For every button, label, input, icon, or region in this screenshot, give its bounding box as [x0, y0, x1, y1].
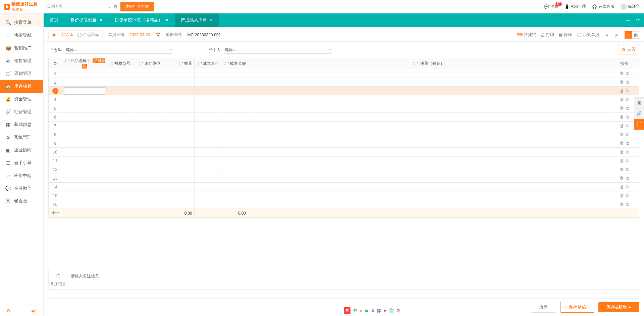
table-row[interactable]: 8🗑⧉ — [49, 130, 639, 139]
sidebar-item-1[interactable]: ⌂快捷导航 — [0, 29, 43, 42]
table-row[interactable]: +🗑⧉ — [49, 87, 639, 95]
close-icon[interactable]: ✕ — [210, 18, 213, 22]
handler-more-icon[interactable]: ⋯ — [328, 47, 333, 52]
view-list[interactable]: ≡ — [625, 31, 632, 39]
radio-in[interactable]: 产品入库 — [52, 32, 73, 38]
date-value[interactable]: 2023-03-20 — [129, 33, 150, 37]
delete-icon[interactable]: 🗑 — [620, 167, 624, 172]
copy-icon[interactable]: ⧉ — [626, 184, 629, 189]
handler-input[interactable] — [224, 46, 331, 54]
remark-input[interactable] — [67, 270, 639, 289]
shortcut-button[interactable]: ⌨快捷键 — [517, 32, 536, 38]
history-button[interactable]: 🕘历史单据 — [577, 32, 599, 38]
warehouse-more-icon[interactable]: ⋯ — [169, 47, 174, 52]
table-row[interactable]: 16🗑⧉ — [49, 200, 639, 209]
discard-button[interactable]: 放弃 — [531, 302, 556, 313]
cta-button[interactable]: 体验行业方案 — [120, 2, 154, 11]
tab-2[interactable]: 进货单统计表（按商品）✕ — [109, 13, 175, 27]
table-row[interactable]: 6🗑⧉ — [49, 113, 639, 122]
product-name-input[interactable] — [64, 87, 105, 95]
copy-icon[interactable]: ⧉ — [626, 132, 629, 137]
table-row[interactable]: 5🗑⧉ — [49, 104, 639, 113]
sidebar-item-13[interactable]: 💬企业微信 — [0, 182, 43, 195]
online-service[interactable]: 🎧 在线客服 — [592, 4, 614, 9]
copy-icon[interactable]: ⧉ — [626, 97, 629, 102]
table-row[interactable]: 1🗑⧉ — [49, 69, 639, 78]
float-tool-expand[interactable]: ⛶ — [634, 119, 644, 130]
tab-3[interactable]: 产成品入库单✕ — [175, 13, 219, 27]
table-row[interactable]: 13🗑⧉ — [49, 174, 639, 183]
close-icon[interactable]: ✕ — [99, 18, 103, 22]
workspace-dropdown[interactable]: 日用百货 ⌄ — [47, 4, 111, 9]
delete-icon[interactable]: 🗑 — [620, 88, 624, 93]
sidebar-item-7[interactable]: 📈经营管理 — [0, 105, 43, 118]
delete-icon[interactable]: 🗑 — [620, 193, 624, 198]
table-row[interactable]: 10🗑⧉ — [49, 148, 639, 156]
tab-0[interactable]: 首页 — [44, 13, 64, 27]
tab-minimize[interactable]: — — [623, 15, 633, 25]
table-row[interactable]: 15🗑⧉ — [49, 191, 639, 200]
copy-icon[interactable]: ⧉ — [626, 80, 629, 85]
sidebar-item-4[interactable]: 🛒采购管理 — [0, 67, 43, 80]
table-row[interactable]: 11🗑⧉ — [49, 156, 639, 165]
add-row-icon[interactable]: + — [52, 88, 58, 94]
copy-icon[interactable]: ⧉ — [626, 71, 629, 76]
delete-icon[interactable]: 🗑 — [620, 202, 624, 207]
delete-icon[interactable]: 🗑 — [620, 97, 624, 102]
delete-icon[interactable]: 🗑 — [620, 71, 624, 76]
sidebar-item-11[interactable]: ☰新手引导 — [0, 156, 43, 169]
copy-icon[interactable]: ⧉ — [626, 193, 629, 198]
delete-icon[interactable]: 🗑 — [620, 80, 624, 85]
sidebar-item-2[interactable]: 📦营销推广 — [0, 42, 43, 54]
sidebar-settings-icon[interactable]: ⚙ — [7, 309, 10, 313]
save-new-button[interactable]: 保存&新增▾ — [598, 302, 639, 312]
operate-button[interactable]: ▦操作 — [559, 32, 572, 38]
prev-doc[interactable]: ◀ — [604, 33, 609, 37]
help-icon[interactable]: ⓘ — [87, 58, 91, 63]
copy-icon[interactable]: ⧉ — [626, 106, 629, 111]
table-row[interactable]: 9🗑⧉ — [49, 139, 639, 148]
sidebar-item-5[interactable]: 🏠库存核算 — [0, 80, 43, 93]
copy-icon[interactable]: ⧉ — [626, 88, 629, 93]
radio-out[interactable]: 产品退库 — [77, 32, 99, 38]
sidebar-item-10[interactable]: ▣企业协同 — [0, 144, 43, 156]
copy-icon[interactable]: ⧉ — [626, 158, 629, 163]
warehouse-input[interactable] — [65, 46, 172, 54]
copy-icon[interactable]: ⧉ — [626, 167, 629, 172]
sidebar-collapse-icon[interactable]: ◀» — [31, 309, 37, 313]
sidebar-item-12[interactable]: ☆应用中心 — [0, 169, 43, 182]
user-menu[interactable]: 徐泽华 — [621, 4, 640, 10]
table-row[interactable]: 7🗑⧉ — [49, 122, 639, 130]
save-draft-button[interactable]: 保存草稿 — [560, 302, 594, 313]
delete-icon[interactable]: 🗑 — [620, 149, 624, 154]
copy-icon[interactable]: ⧉ — [626, 115, 629, 120]
next-doc[interactable]: ▶ — [614, 33, 620, 37]
copy-icon[interactable]: ⧉ — [626, 176, 629, 181]
table-row[interactable]: 12🗑⧉ — [49, 165, 639, 174]
copy-icon[interactable]: ⧉ — [626, 123, 629, 128]
delete-icon[interactable]: 🗑 — [620, 141, 624, 146]
tab-1[interactable]: 售价提取设置✕ — [64, 13, 109, 27]
sidebar-item-6[interactable]: 💰资金管理 — [0, 93, 43, 105]
table-config-icon[interactable]: ⚙ — [53, 61, 57, 66]
sidebar-item-0[interactable]: 🔍搜索菜单 — [0, 16, 43, 29]
delete-icon[interactable]: 🗑 — [620, 132, 624, 137]
copy-icon[interactable]: ⧉ — [626, 141, 629, 146]
table-row[interactable]: 14🗑⧉ — [49, 183, 639, 191]
print-button[interactable]: 🖨打印 — [541, 32, 554, 38]
copy-icon[interactable]: ⧉ — [626, 202, 629, 207]
float-tool-link[interactable]: 🔗 — [634, 108, 644, 119]
delete-icon[interactable]: 🗑 — [620, 123, 624, 128]
settings-button[interactable]: ⚙设置 — [618, 45, 639, 54]
float-tool-1[interactable]: ▣ — [634, 97, 644, 108]
gear-icon[interactable]: ⚙ — [113, 4, 118, 9]
tab-refresh[interactable]: ⟳ — [633, 15, 643, 25]
table-row[interactable]: 2🗑⧉ — [49, 78, 639, 87]
calendar-icon[interactable]: 📅 — [155, 33, 160, 37]
sidebar-item-14[interactable]: Ⓥ畅会员 — [0, 195, 43, 208]
delete-icon[interactable]: 🗑 — [620, 115, 624, 120]
sidebar-item-9[interactable]: ⚙系统管理 — [0, 131, 43, 144]
delete-icon[interactable]: 🗑 — [620, 106, 624, 111]
app-download[interactable]: 📱 App下载 — [565, 4, 586, 9]
ime-tray[interactable]: S 中 ●☻⬇ ▦♥👕⚙ — [344, 307, 400, 314]
